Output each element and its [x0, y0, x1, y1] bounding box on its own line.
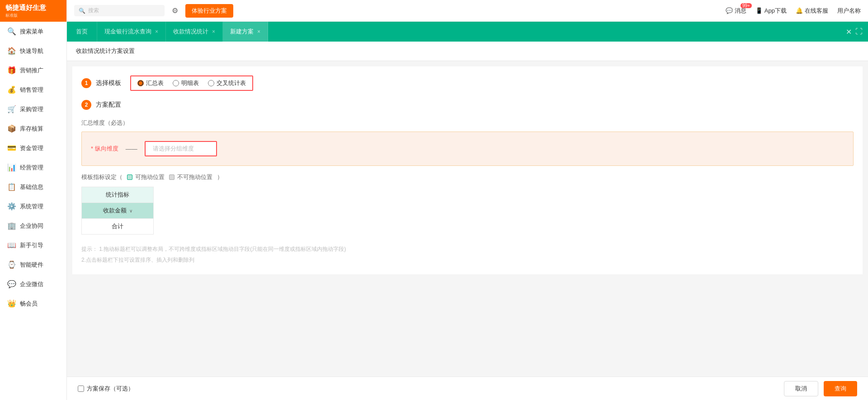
- download-icon: 📱: [755, 7, 763, 14]
- radio-summary-label: 汇总表: [146, 79, 164, 87]
- page-content: 收款情况统计方案设置 1 选择模板 汇总表 明细表: [67, 42, 868, 376]
- metrics-title-suffix: ）: [217, 173, 223, 181]
- search-placeholder: 搜索: [88, 7, 99, 14]
- tabbar: 首页 现金银行流水查询 × 收款情况统计 × 新建方案 × ✕ ⛶: [67, 22, 868, 42]
- message-icon: 💬: [726, 7, 733, 14]
- sidebar-item-purchase[interactable]: 🛒 采购管理: [0, 99, 66, 119]
- radio-cross[interactable]: 交叉统计表: [208, 79, 246, 87]
- building-icon: 🏢: [7, 221, 16, 230]
- sidebar-item-basic-info[interactable]: 📋 基础信息: [0, 177, 66, 197]
- sidebar-item-inventory[interactable]: 📦 库存核算: [0, 119, 66, 138]
- dimension-select[interactable]: 请选择分组维度: [145, 141, 217, 156]
- industry-btn[interactable]: 体验行业方案: [185, 4, 233, 18]
- tip-2: 2.点击标题栏下拉可设置排序、插入列和删除列: [81, 254, 854, 265]
- search-menu-icon: 🔍: [7, 27, 16, 36]
- step1-badge: 1: [81, 78, 91, 88]
- page-title: 收款情况统计方案设置: [76, 47, 135, 54]
- step2-label: 方案配置: [96, 101, 121, 109]
- sidebar-item-finance[interactable]: 💳 资金管理: [0, 138, 66, 158]
- sidebar-item-label: 库存核算: [20, 125, 43, 133]
- cancel-button[interactable]: 取消: [784, 381, 818, 396]
- book-icon: 📖: [7, 241, 16, 249]
- box-icon: 📦: [7, 124, 16, 133]
- fixed-dot: [169, 174, 175, 180]
- tab-expand-btn[interactable]: ⛶: [855, 28, 863, 36]
- tab-new-plan-label: 新建方案: [230, 28, 254, 36]
- message-badge[interactable]: 💬 消息 99+: [726, 7, 746, 15]
- message-count: 99+: [741, 3, 752, 8]
- draggable-dot: [127, 174, 132, 180]
- metrics-cell-total: 合计: [82, 219, 153, 234]
- query-button[interactable]: 查询: [824, 381, 857, 396]
- tab-new-plan[interactable]: 新建方案 ×: [223, 22, 268, 42]
- logo-sub-text: 标准版: [5, 13, 46, 19]
- tab-bank-flow-close[interactable]: ×: [155, 28, 158, 35]
- radio-detail-input[interactable]: [173, 80, 179, 86]
- draggable-label: 可拖动位置: [135, 173, 165, 181]
- tip-1: 提示： 1.拖动标题栏可以调整布局，不可跨维度或指标区域拖动目字段(只能在同一维…: [81, 244, 854, 254]
- radio-detail[interactable]: 明细表: [173, 79, 199, 87]
- tab-home[interactable]: 首页: [67, 22, 97, 42]
- search-icon: 🔍: [79, 8, 85, 14]
- tab-new-plan-close[interactable]: ×: [257, 28, 260, 35]
- settings-icon[interactable]: ⚙: [172, 6, 178, 15]
- crown-icon: 👑: [7, 299, 16, 308]
- tab-close-btn[interactable]: ✕: [846, 28, 852, 36]
- user-info[interactable]: 用户名称: [837, 7, 861, 15]
- dimension-row: * 纵向维度 —— 请选择分组维度: [91, 141, 217, 156]
- online-service[interactable]: 🔔 在线客服: [796, 7, 828, 15]
- radio-cross-label: 交叉统计表: [217, 79, 246, 87]
- sidebar-item-enterprise[interactable]: 🏢 企业协同: [0, 216, 66, 235]
- tab-home-label: 首页: [76, 28, 88, 36]
- sidebar-item-sales[interactable]: 💰 销售管理: [0, 80, 66, 99]
- sidebar-item-member[interactable]: 👑 畅会员: [0, 294, 66, 313]
- tab-collection-stat[interactable]: 收款情况统计 ×: [166, 22, 223, 42]
- sidebar-item-system[interactable]: ⚙️ 系统管理: [0, 197, 66, 216]
- bottom-bar: 方案保存（可选） 取消 查询: [67, 376, 868, 400]
- sidebar-item-label: 快速导航: [20, 47, 43, 55]
- home-icon: 🏠: [7, 47, 16, 55]
- dimension-area: * 纵向维度 —— 请选择分组维度: [81, 132, 854, 166]
- tab-bank-flow-label: 现金银行流水查询: [104, 28, 151, 36]
- sidebar-item-label: 企业协同: [20, 222, 43, 230]
- sidebar-item-label: 新手引导: [20, 241, 43, 249]
- template-radio-group: 汇总表 明细表 交叉统计表: [130, 75, 253, 91]
- metrics-column-header: 统计指标: [82, 187, 153, 203]
- sidebar-item-hardware[interactable]: ⌚ 智能硬件: [0, 255, 66, 274]
- fixed-label: 不可拖动位置: [177, 173, 212, 181]
- sidebar-item-search-menu[interactable]: 🔍 搜索菜单: [0, 22, 66, 41]
- money-icon: 💰: [7, 85, 16, 94]
- step2-row: 2 方案配置: [81, 100, 854, 110]
- metrics-title: 模板指标设定（: [81, 173, 123, 181]
- step2-badge: 2: [81, 100, 91, 110]
- draggable-indicator: 可拖动位置: [127, 173, 165, 181]
- app-download[interactable]: 📱 App下载: [755, 7, 787, 15]
- topbar-right: 💬 消息 99+ 📱 App下载 🔔 在线客服 用户名称: [726, 7, 861, 15]
- download-label: App下载: [764, 7, 787, 15]
- sidebar-item-quick-nav[interactable]: 🏠 快速导航: [0, 41, 66, 61]
- search-box[interactable]: 🔍 搜索: [74, 5, 165, 16]
- sidebar-item-guide[interactable]: 📖 新手引导: [0, 235, 66, 255]
- metrics-sub-header[interactable]: 收款金额 ∨: [82, 203, 153, 219]
- metrics-sub-header-label: 收款金额: [103, 207, 127, 215]
- save-checkbox[interactable]: [78, 386, 84, 392]
- fixed-indicator: 不可拖动位置: [169, 173, 212, 181]
- metrics-table: 统计指标 收款金额 ∨ 合计: [81, 187, 154, 235]
- sidebar-logo: 畅捷通好生意 标准版: [0, 0, 66, 22]
- metrics-dropdown-icon[interactable]: ∨: [129, 208, 132, 213]
- sidebar-item-marketing[interactable]: 🎁 营销推广: [0, 61, 66, 80]
- sidebar-item-wechat[interactable]: 💬 企业微信: [0, 274, 66, 294]
- radio-summary-input[interactable]: [137, 80, 144, 86]
- topbar: 🔍 搜索 ⚙ 体验行业方案 💬 消息 99+ 📱 App下载 🔔 在线客服 用户…: [67, 0, 868, 22]
- tab-collection-stat-close[interactable]: ×: [212, 28, 215, 35]
- tab-bank-flow[interactable]: 现金银行流水查询 ×: [97, 22, 166, 42]
- dimension-title: 汇总维度（必选）: [81, 119, 854, 127]
- cart-icon: 🛒: [7, 105, 16, 113]
- radio-summary[interactable]: 汇总表: [137, 79, 164, 87]
- sidebar-item-operations[interactable]: 📊 经营管理: [0, 158, 66, 177]
- sidebar-item-label: 企业微信: [20, 280, 43, 288]
- dimension-section: 汇总维度（必选） * 纵向维度 —— 请选择分组维度: [81, 119, 854, 166]
- logo-main-text: 畅捷通好生意: [5, 4, 46, 12]
- save-option: 方案保存（可选）: [78, 385, 134, 393]
- radio-cross-input[interactable]: [208, 80, 214, 86]
